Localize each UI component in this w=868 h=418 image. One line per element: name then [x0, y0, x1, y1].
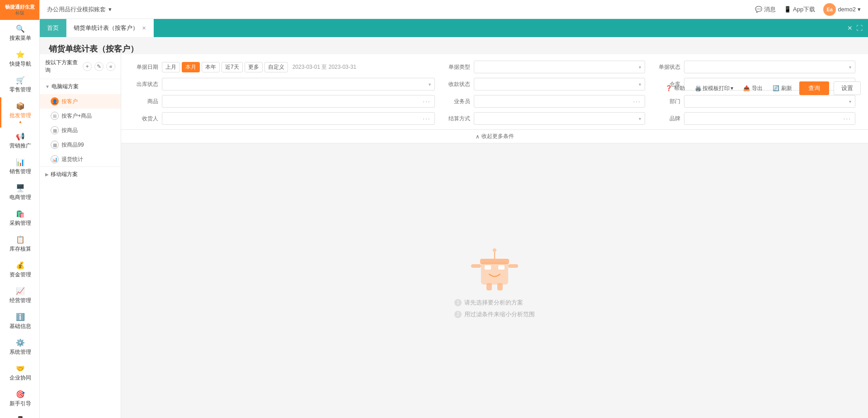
tab-close-all-icon[interactable]: ✕ [847, 24, 853, 32]
sidebar-logo: 畅捷通好生意 标版 [0, 0, 39, 20]
date-btn-custom[interactable]: 自定义 [264, 62, 288, 72]
tab-home[interactable]: 首页 [40, 19, 66, 37]
app-download-btn[interactable]: 📱 App下载 [784, 5, 815, 14]
receiver-select[interactable]: ··· [162, 112, 435, 125]
query-panel: 单据日期 上月 本月 本年 近7天 更多 自定义 2023-03-01 至 20… [121, 54, 868, 418]
out-status-select[interactable]: ▾ [162, 78, 435, 90]
settlement-label: 结算方式 [442, 115, 474, 123]
sidebar-item-label: 基础信息 [9, 323, 31, 330]
date-btn-this-year[interactable]: 本年 [202, 62, 220, 72]
bill-status-select[interactable]: ▾ [684, 61, 855, 73]
sidebar-item-quick-nav[interactable]: ⭐ 快捷导航 [0, 46, 39, 71]
payment-status-select[interactable]: ▾ [474, 78, 645, 90]
sidebar-item-sales-mgmt[interactable]: 📊 销售管理 [0, 153, 39, 179]
svg-rect-6 [486, 283, 492, 290]
info-icon: ℹ️ [16, 313, 25, 321]
sidebar-item-label: 采购管理 [9, 219, 31, 227]
message-btn[interactable]: 💬 消息 [755, 5, 776, 14]
receiver-col: 收货人 ··· [130, 112, 439, 125]
sidebar-item-newbie[interactable]: 🎯 新手引导 [0, 385, 39, 411]
filter-row-3: 商品 ··· 业务员 ··· [130, 95, 859, 108]
scheme-item-by-customer[interactable]: 👤 按客户 [40, 94, 121, 109]
department-label: 部门 [652, 98, 684, 105]
sidebar-item-system[interactable]: ⚙️ 系统管理 [0, 334, 39, 360]
app-selector-arrow[interactable]: ▾ [108, 6, 112, 13]
inventory-icon: 📋 [16, 235, 25, 244]
scheme-collapse-btn[interactable]: « [106, 62, 115, 71]
query-button[interactable]: 查询 [799, 81, 829, 95]
retail-icon: 🛒 [16, 76, 25, 85]
scheme-panel: 按以下方案查询 + ✎ « ▼ 电脑端方案 👤 按客户 [40, 54, 121, 418]
mobile-group-header[interactable]: ▶ 移动端方案 [40, 166, 121, 182]
tab-close-icon[interactable]: ✕ [142, 25, 146, 31]
settlement-select[interactable]: ▾ [474, 112, 645, 125]
salesperson-select[interactable]: ··· [474, 95, 645, 108]
sidebar-item-retail[interactable]: 🛒 零售管理 [0, 71, 39, 97]
scheme-item-icon: ▦ [51, 126, 59, 134]
date-btn-last-month[interactable]: 上月 [162, 62, 180, 72]
scheme-item-by-goods[interactable]: ▦ 按商品 [40, 123, 121, 138]
print-btn[interactable]: 🖨️ 按模板打印 ▾ [692, 83, 736, 94]
tab-expand-icon[interactable]: ⛶ [856, 24, 863, 32]
message-label: 消息 [764, 5, 776, 14]
chevron-down-icon: ▾ [639, 82, 641, 87]
date-label: 单据日期 [130, 63, 162, 71]
sidebar-item-enterprise[interactable]: 🤝 企业协同 [0, 360, 39, 385]
scheme-add-btn[interactable]: + [83, 62, 92, 71]
empty-tip-2: 2 用过滤条件来缩小分析范围 [454, 309, 535, 320]
scheme-item-icon: ⊞ [51, 112, 59, 120]
username-text: demo2 [838, 6, 856, 13]
app-center-icon: 📱 [16, 416, 25, 418]
scheme-item-by-goods99[interactable]: ▦ 按商品99 [40, 138, 121, 152]
department-select[interactable]: ▾ [684, 95, 855, 108]
operations-icon: 📈 [16, 287, 25, 295]
sidebar-item-marketing[interactable]: 📢 营销推广 [0, 128, 39, 153]
scheme-item-by-customer-goods[interactable]: ⊞ 按客户+商品 [40, 109, 121, 123]
empty-tip-1: 1 请先选择要分析的方案 [454, 297, 535, 309]
bill-type-select[interactable]: ▾ [474, 61, 645, 73]
tabbar-actions: ✕ ⛶ [842, 24, 868, 32]
sidebar-item-ecommerce[interactable]: 🖥️ 电商管理 [0, 179, 39, 205]
tip1-text: 请先选择要分析的方案 [464, 297, 523, 309]
sidebar-item-label: 经营管理 [9, 297, 31, 304]
scheme-item-label: 按商品99 [61, 141, 84, 149]
date-btn-this-month[interactable]: 本月 [182, 62, 200, 72]
sidebar-item-label: 营销推广 [9, 142, 31, 150]
app-download-label: App下载 [793, 5, 815, 14]
scheme-item-icon: 📊 [51, 155, 59, 163]
sidebar-item-search[interactable]: 🔍 搜索菜单 [0, 20, 39, 46]
refresh-label: 刷新 [781, 85, 792, 92]
sidebar-item-basic-info[interactable]: ℹ️ 基础信息 [0, 308, 39, 334]
sidebar-item-inventory[interactable]: 📋 库存核算 [0, 231, 39, 256]
sidebar-item-purchase[interactable]: 🛍️ 采购管理 [0, 205, 39, 231]
date-btn-more[interactable]: 更多 [245, 62, 263, 72]
sidebar-item-wholesale[interactable]: 📦 批发管理 ▲ [0, 97, 39, 128]
sidebar-item-app-center[interactable]: 📱 应用中心 [0, 411, 39, 418]
scheme-item-label: 退货统计 [61, 156, 83, 163]
sidebar-item-label: 库存核算 [9, 245, 31, 253]
scheme-item-return-stat[interactable]: 📊 退货统计 [40, 152, 121, 166]
sidebar-item-operations[interactable]: 📈 经营管理 [0, 282, 39, 308]
brand-select[interactable]: ··· [684, 112, 855, 125]
sidebar-item-finance[interactable]: 💰 资金管理 [0, 256, 39, 282]
filter-row-4: 收货人 ··· 结算方式 ▾ [130, 112, 859, 125]
refresh-btn[interactable]: 🔄 刷新 [770, 83, 795, 94]
export-btn[interactable]: 📤 导出 [741, 83, 765, 94]
settings-button[interactable]: 设置 [834, 81, 861, 95]
user-menu[interactable]: Ea demo2 ▾ [823, 3, 861, 16]
payment-status-col: 收款状态 ▾ [439, 78, 649, 90]
salesperson-col: 业务员 ··· [439, 95, 649, 108]
collapse-bar[interactable]: ∧ 收起更多条件 [121, 130, 868, 143]
pc-group-header[interactable]: ▼ 电脑端方案 [40, 79, 121, 94]
logo-text: 畅捷通好生意 [5, 4, 35, 10]
scheme-item-icon: ▦ [51, 141, 59, 149]
date-btn-last7[interactable]: 近7天 [222, 62, 243, 72]
tab-sales-stat[interactable]: 销货单统计表（按客户） ✕ [66, 19, 154, 37]
goods-select[interactable]: ··· [162, 95, 435, 108]
receiver-label: 收货人 [130, 115, 162, 123]
expand-icon: ▲ [19, 119, 23, 124]
svg-rect-2 [485, 265, 491, 270]
pc-group-arrow: ▼ [45, 84, 50, 89]
scheme-edit-btn[interactable]: ✎ [94, 62, 104, 71]
help-btn[interactable]: ❓ 帮助 [663, 83, 688, 94]
